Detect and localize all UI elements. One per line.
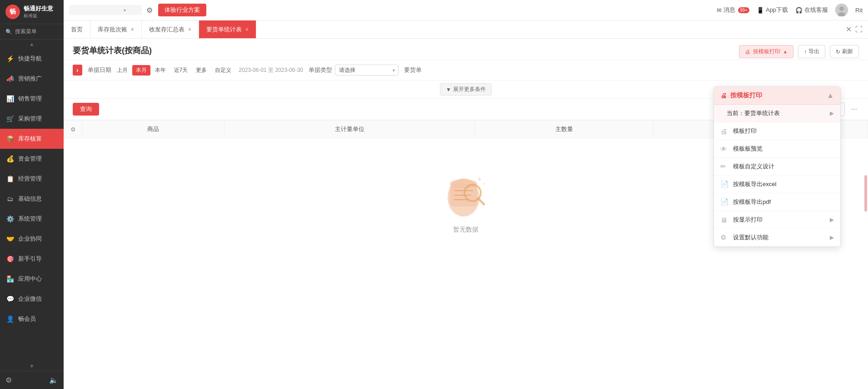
refresh-btn[interactable]: ↻ 刷新 <box>830 45 859 58</box>
tab-receipt-label: 收发存汇总表 <box>149 25 185 34</box>
operation-icon: 📋 <box>5 174 15 183</box>
basic-icon: 🗂 <box>5 194 15 203</box>
sidebar-search[interactable]: 🔍 搜索菜单 <box>0 24 64 40</box>
svg-point-1 <box>839 6 844 11</box>
page-content: 要货单统计表(按商品) 🖨 按模板打印 ▲ ↑ 导出 ↻ 刷新 <box>64 39 868 389</box>
refresh-icon: ↻ <box>836 49 840 55</box>
home-label: 首页 <box>71 25 83 34</box>
sidebar-item-quicknav-label: 快捷导航 <box>18 55 42 63</box>
tab-home[interactable]: 首页 <box>64 20 90 38</box>
sidebar-item-system[interactable]: ⚙️ 系统管理 <box>0 209 64 229</box>
date-option-7days[interactable]: 近7天 <box>170 65 192 76</box>
audio-bottom-icon[interactable]: 🔈 <box>49 376 58 384</box>
sidebar-item-operation[interactable]: 📋 经营管理 <box>0 169 64 189</box>
template-pdf-label: 按模板导出pdf <box>733 198 771 206</box>
sidebar-item-wechat[interactable]: 💬 企业微信 <box>0 289 64 309</box>
topbar-search-input[interactable] <box>74 7 124 13</box>
sidebar-item-finance[interactable]: 💰 资金管理 <box>0 149 64 169</box>
print-template-excel-item[interactable]: 📄 按模板导出excel <box>714 176 840 193</box>
scrollbar-indicator[interactable] <box>864 175 867 212</box>
export-label: 导出 <box>808 48 819 56</box>
filter-expand-btn[interactable]: › <box>73 65 82 76</box>
guide-icon: 🎯 <box>5 254 15 263</box>
sidebar-item-operation-label: 经营管理 <box>18 175 42 183</box>
sidebar-item-basic[interactable]: 🗂 基础信息 <box>0 189 64 209</box>
sidebar-item-collab[interactable]: 🤝 企业协同 <box>0 229 64 249</box>
date-option-this-month[interactable]: 本月 <box>132 65 150 76</box>
settings-bottom-icon[interactable]: ⚙ <box>5 376 12 384</box>
tab-order-close[interactable]: × <box>245 26 249 33</box>
inventory-icon: 📦 <box>5 134 15 143</box>
message-icon: ✉ <box>717 7 722 14</box>
custom-item-icon: ✏ <box>720 162 728 171</box>
tab-batch[interactable]: 库存批次账 × <box>90 20 142 38</box>
export-icon: ↑ <box>804 49 807 55</box>
print-template-preview-item[interactable]: 👁 模板板预览 <box>714 140 840 158</box>
print-template-pdf-item[interactable]: 📄 按模板导出pdf <box>714 193 840 211</box>
tab-batch-close[interactable]: × <box>131 26 134 33</box>
tab-receipt-close[interactable]: × <box>188 26 191 33</box>
topbar-online-service[interactable]: 🎧 在线客服 <box>795 6 828 14</box>
print-dropdown-close-arrow[interactable]: ▲ <box>827 91 834 100</box>
order-type-filter: 单据类型 请选择 <box>309 65 399 76</box>
topbar-messages[interactable]: ✉ 消息 99+ <box>717 6 749 14</box>
svg-point-11 <box>478 178 481 181</box>
order-type-select[interactable]: 请选择 <box>335 65 399 76</box>
topbar-search-dropdown-icon[interactable]: ▾ <box>124 8 126 13</box>
tab-expand-btn[interactable]: ⛶ <box>855 25 863 34</box>
print-dropdown: 🖨 按模板打印 ▲ 当前：要货单统计表 ▶ 🖨 模板打印 👁 模板板预览 <box>713 86 841 247</box>
topbar-app-download[interactable]: 📱 App下载 <box>757 6 788 14</box>
printer-item-icon: 🖨 <box>720 127 728 135</box>
scroll-up-btn[interactable]: ▲ <box>29 41 35 47</box>
table-settings-icon[interactable]: ⚙ <box>70 126 76 133</box>
topbar-gear-icon[interactable]: ⚙ <box>146 6 153 15</box>
tab-receipt[interactable]: 收发存汇总表 × <box>142 20 199 38</box>
print-template-btn[interactable]: 🖨 按模板打印 ▲ <box>739 45 793 58</box>
date-option-custom[interactable]: 自定义 <box>211 65 235 76</box>
sidebar-item-quicknav[interactable]: ⚡ 快捷导航 <box>0 49 64 69</box>
empty-text: 暂无数据 <box>453 226 479 234</box>
tab-batch-label: 库存批次账 <box>98 25 127 34</box>
topbar: ▾ ⚙ 体验行业方案 ✉ 消息 99+ 📱 App下载 🎧 在线客服 <box>64 0 868 20</box>
date-option-last-month[interactable]: 上月 <box>113 65 131 76</box>
print-default-function-item[interactable]: ⚙ 设置默认功能 ▶ <box>714 229 840 247</box>
date-options: 上月 本月 本年 近7天 更多 自定义 <box>113 65 235 76</box>
sidebar-item-apps[interactable]: 🏪 应用中心 <box>0 269 64 289</box>
export-btn[interactable]: ↑ 导出 <box>798 45 825 58</box>
print-current-template[interactable]: 当前：要货单统计表 ▶ <box>714 105 840 122</box>
display-print-left: 🖥 按显示打印 <box>720 216 763 224</box>
tab-order[interactable]: 要货单统计表 × <box>199 20 256 38</box>
tab-close-all-btn[interactable]: ✕ <box>846 25 852 34</box>
query-btn[interactable]: 查询 <box>73 103 99 116</box>
expand-more-label: 展开更多条件 <box>453 86 486 93</box>
sidebar-item-marketing[interactable]: 📣 营销推广 <box>0 69 64 89</box>
pdf-item-icon: 📄 <box>720 198 728 206</box>
sidebar-item-sales[interactable]: 📊 销售管理 <box>0 89 64 109</box>
sidebar-item-guide[interactable]: 🎯 新手引导 <box>0 249 64 269</box>
print-template-custom-item[interactable]: ✏ 模板自定义设计 <box>714 158 840 176</box>
main-content: ▾ ⚙ 体验行业方案 ✉ 消息 99+ 📱 App下载 🎧 在线客服 <box>64 0 868 389</box>
sidebar-item-inventory[interactable]: 📦 库存核算 <box>0 129 64 149</box>
print-template-print-item[interactable]: 🖨 模板打印 <box>714 122 840 140</box>
lightning-icon: ⚡ <box>5 54 15 63</box>
topbar-username[interactable]: Rit <box>855 7 863 14</box>
sidebar-item-purchase[interactable]: 🛒 采购管理 <box>0 109 64 129</box>
sidebar-item-member[interactable]: 👤 畅会员 <box>0 309 64 329</box>
headset-icon: 🎧 <box>795 7 803 14</box>
scroll-down-btn[interactable]: ▼ <box>29 363 35 369</box>
date-option-this-year[interactable]: 本年 <box>151 65 170 76</box>
topbar-avatar[interactable] <box>835 4 848 16</box>
print-display-print-item[interactable]: 🖥 按显示打印 ▶ <box>714 211 840 229</box>
empty-illustration <box>439 166 493 220</box>
refresh-label: 刷新 <box>842 48 853 56</box>
date-option-more[interactable]: 更多 <box>192 65 210 76</box>
cargo-filter: 要货单 <box>404 66 422 74</box>
preview-item-icon: 👁 <box>720 145 728 153</box>
more-actions-btn[interactable]: ··· <box>849 103 859 115</box>
expand-more-btn[interactable]: ▼ 展开更多条件 <box>440 83 492 96</box>
sidebar-item-purchase-label: 采购管理 <box>18 115 42 123</box>
topbar-search-area[interactable]: ▾ <box>69 5 142 15</box>
print-template-label: 按模板打印 <box>753 48 780 56</box>
topbar-actions: ✉ 消息 99+ 📱 App下载 🎧 在线客服 Rit <box>717 4 863 16</box>
topbar-trial-btn[interactable]: 体验行业方案 <box>158 4 206 16</box>
